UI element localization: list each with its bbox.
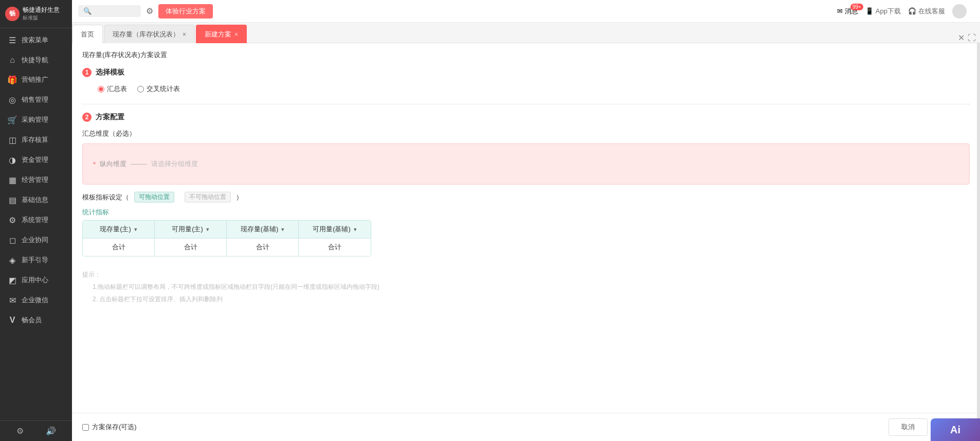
sidebar-item-label: 采购管理 <box>22 115 48 124</box>
sidebar-item-sales[interactable]: ◎ 销售管理 <box>0 90 72 110</box>
search-input[interactable] <box>95 8 136 15</box>
stats-table-row: 合计 合计 合计 合计 <box>83 238 371 256</box>
sidebar-item-label: 搜索菜单 <box>22 35 48 45</box>
sidebar-item-label: 销售管理 <box>22 95 48 104</box>
sidebar-item-quick-nav[interactable]: ⌂ 快捷导航 <box>0 50 72 70</box>
main-area: 🔍 ⚙ 体验行业方案 ✉ 消息 99+ 📱 App下载 🎧 在线客服 <box>72 0 980 441</box>
avatar[interactable] <box>952 4 967 19</box>
sidebar-item-wechat[interactable]: ✉ 企业微信 <box>0 290 72 310</box>
topbar: 🔍 ⚙ 体验行业方案 ✉ 消息 99+ 📱 App下载 🎧 在线客服 <box>72 0 980 23</box>
save-label: 方案保存(可选) <box>92 422 137 432</box>
col-cell-0: 合计 <box>83 238 155 256</box>
tips-item-2: 2. 点击标题栏下拉可设置排序、插入列和删除列 <box>82 293 970 305</box>
basic-icon: ▤ <box>7 195 17 205</box>
metrics-draggable-badge: 可拖动位置 <box>134 192 174 203</box>
resize-handle[interactable] <box>977 43 980 441</box>
sidebar-item-label: 经营管理 <box>22 175 48 185</box>
search-box[interactable]: 🔍 <box>78 5 141 17</box>
dim-placeholder-row: * 纵向维度 —— 请选择分组维度 <box>93 159 198 169</box>
radio-summary-input[interactable] <box>98 86 104 93</box>
sidebar-item-label: 企业协同 <box>22 235 48 245</box>
tips-area: 提示： 1.拖动标题栏可以调整布局，不可跨维度或指标区域拖动栏目字段(只能在同一… <box>82 268 970 305</box>
tabs-bar: 首页 现存量（库存状况表） × 新建方案 × ✕ ⛶ <box>72 23 980 43</box>
chevron-down-icon-2: ▾ <box>281 226 284 233</box>
step2-section: 2 方案配置 汇总维度（必选） * 纵向维度 —— 请选择分组维度 模板指标设定… <box>82 113 970 305</box>
sidebar-item-system[interactable]: ⚙ 系统管理 <box>0 210 72 230</box>
tab-inventory-status[interactable]: 现存量（库存状况表） × <box>104 25 195 43</box>
close-tab-new-scheme[interactable]: × <box>234 31 238 38</box>
sidebar-item-purchase[interactable]: 🛒 采购管理 <box>0 110 72 130</box>
sidebar-item-finance[interactable]: ◑ 资金管理 <box>0 150 72 170</box>
message-icon: ✉ <box>837 7 843 15</box>
trial-button[interactable]: 体验行业方案 <box>158 4 213 19</box>
col-header-0[interactable]: 现存量(主) ▾ <box>83 220 155 238</box>
save-checkbox-label[interactable]: 方案保存(可选) <box>82 422 137 432</box>
step1-section: 1 选择模板 汇总表 交叉统计表 <box>82 68 970 94</box>
cart-icon: 🛒 <box>7 115 17 125</box>
app-download-label: App下载 <box>876 7 901 16</box>
message-button[interactable]: ✉ 消息 99+ <box>837 7 858 16</box>
step2-title: 方案配置 <box>96 113 124 122</box>
ai-bubble[interactable]: Ai <box>931 418 980 441</box>
sidebar-item-label: 快捷导航 <box>22 56 48 65</box>
step1-title: 选择模板 <box>96 68 124 77</box>
col-header-2[interactable]: 现存量(基辅) ▾ <box>227 220 299 238</box>
content-area: 现存量(库存状况表)方案设置 1 选择模板 汇总表 交叉统计表 <box>72 43 980 441</box>
message-badge: 99+ <box>850 4 863 10</box>
gear-icon[interactable]: ⚙ <box>146 6 153 16</box>
col-header-3[interactable]: 可用量(基辅) ▾ <box>299 220 371 238</box>
sidebar-item-search-menu[interactable]: ☰ 搜索菜单 <box>0 30 72 50</box>
tips-item-1: 1.拖动标题栏可以调整布局，不可跨维度或指标区域拖动栏目字段(只能在同一维度或指… <box>82 281 970 293</box>
expand-window-icon[interactable]: ⛶ <box>968 33 976 43</box>
close-window-icon[interactable]: ✕ <box>958 33 965 43</box>
sidebar-item-label: 企业微信 <box>22 296 48 305</box>
col-header-1[interactable]: 可用量(主) ▾ <box>155 220 227 238</box>
footer-bar: 方案保存(可选) 取消 查询 <box>72 413 980 441</box>
logo-title: 畅捷通好生意 <box>23 6 60 14</box>
sidebar-item-operation[interactable]: ▦ 经营管理 <box>0 170 72 190</box>
step1-num: 1 <box>82 68 92 77</box>
dim-select-placeholder[interactable]: 请选择分组维度 <box>151 159 198 169</box>
online-service-link[interactable]: 🎧 在线客服 <box>908 7 945 16</box>
cancel-button[interactable]: 取消 <box>888 418 928 436</box>
tab-home-label: 首页 <box>81 30 94 39</box>
sidebar-item-member[interactable]: V 畅会员 <box>0 310 72 330</box>
settings-icon[interactable]: ⚙ <box>16 426 24 436</box>
dim-name-label: 纵向维度 <box>100 159 126 169</box>
step2-header: 2 方案配置 <box>82 113 970 122</box>
sidebar-item-label: 畅会员 <box>22 316 42 325</box>
metrics-end: ） <box>236 193 243 202</box>
chevron-down-icon-0: ▾ <box>134 226 137 233</box>
tips-title: 提示： <box>82 271 101 278</box>
save-checkbox[interactable] <box>82 424 89 431</box>
radio-cross[interactable]: 交叉统计表 <box>137 84 180 94</box>
ai-label: Ai <box>950 424 960 436</box>
close-tab-inventory[interactable]: × <box>183 31 186 38</box>
sidebar-item-enterprise[interactable]: ◻ 企业协同 <box>0 230 72 250</box>
mobile-icon: 📱 <box>865 7 874 15</box>
tab-new-scheme[interactable]: 新建方案 × <box>196 25 247 43</box>
sidebar-item-basic[interactable]: ▤ 基础信息 <box>0 190 72 210</box>
radio-summary[interactable]: 汇总表 <box>98 84 127 94</box>
step2-num: 2 <box>82 113 92 122</box>
speaker-icon[interactable]: 🔊 <box>46 426 56 436</box>
sidebar-footer: ⚙ 🔊 <box>0 420 72 441</box>
app-download-link[interactable]: 📱 App下载 <box>865 7 901 16</box>
sidebar-item-inventory[interactable]: ◫ 库存核算 <box>0 130 72 150</box>
required-star: * <box>93 160 96 168</box>
topbar-right: ✉ 消息 99+ 📱 App下载 🎧 在线客服 <box>837 4 974 19</box>
radio-cross-input[interactable] <box>137 86 144 93</box>
sidebar: 畅 畅捷通好生意 标准版 ☰ 搜索菜单 ⌂ 快捷导航 🎁 营销推广 ◎ 销售管理… <box>0 0 72 441</box>
online-service-label: 在线客服 <box>918 7 945 16</box>
finance-icon: ◑ <box>7 155 17 165</box>
dimension-drop-area[interactable]: * 纵向维度 —— 请选择分组维度 <box>82 143 970 185</box>
search-icon: 🔍 <box>83 7 92 15</box>
chevron-down-icon-3: ▾ <box>354 226 357 233</box>
tab-home[interactable]: 首页 <box>72 25 103 43</box>
chevron-down-icon-1: ▾ <box>206 226 209 233</box>
stats-table: 现存量(主) ▾ 可用量(主) ▾ 现存量(基辅) ▾ 可用量(基辅) <box>82 220 371 256</box>
col-cell-1: 合计 <box>155 238 227 256</box>
sidebar-item-newguide[interactable]: ◈ 新手引导 <box>0 250 72 270</box>
sidebar-item-appstore[interactable]: ◩ 应用中心 <box>0 270 72 290</box>
sidebar-item-marketing[interactable]: 🎁 营销推广 <box>0 70 72 90</box>
